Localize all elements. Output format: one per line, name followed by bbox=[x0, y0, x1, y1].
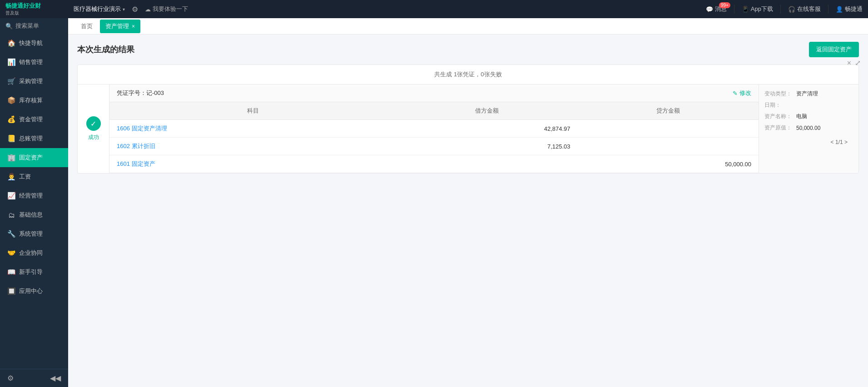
sidebar-search-label: 搜索菜单 bbox=[15, 22, 39, 30]
payroll-icon: 👨‍💼 bbox=[7, 173, 15, 181]
cloud-icon: ☁ bbox=[145, 6, 151, 13]
message-icon: 💬 bbox=[706, 6, 713, 13]
tab-asset-mgmt[interactable]: 资产管理 × bbox=[100, 20, 140, 33]
avatar-icon: 👤 bbox=[836, 6, 843, 13]
sidebar-item-label: 企业协同 bbox=[19, 249, 43, 257]
table-row: 1606 固定资产清理 42,874.97 bbox=[109, 120, 759, 138]
sidebar-settings-icon[interactable]: ⚙ bbox=[7, 374, 14, 382]
edit-label: 修改 bbox=[739, 89, 751, 97]
message-item[interactable]: 💬 消息 99+ bbox=[706, 5, 727, 13]
sidebar-bottom: ⚙ ◀◀ bbox=[0, 369, 68, 387]
sidebar-item-label: 新手引导 bbox=[19, 268, 43, 276]
sidebar-item-inventory[interactable]: 📦 库存核算 bbox=[0, 91, 68, 110]
page-content: × ⤢ 本次生成的结果 返回固定资产 共生成 1张凭证，0张失败 ✓ bbox=[68, 35, 868, 387]
ledger-icon: 📒 bbox=[7, 134, 15, 143]
search-icon: 🔍 bbox=[5, 23, 13, 30]
purchase-icon: 🛒 bbox=[7, 77, 15, 85]
company-selector[interactable]: 医疗器械行业演示 ▾ bbox=[74, 5, 125, 13]
success-text: 成功 bbox=[88, 134, 99, 141]
success-indicator: ✓ 成功 bbox=[78, 84, 109, 173]
app-download-item[interactable]: 📱 App下载 bbox=[742, 5, 773, 13]
info-label-type: 变动类型： bbox=[764, 90, 796, 98]
headphone-icon: 🎧 bbox=[788, 6, 795, 13]
sidebar-item-payroll[interactable]: 👨‍💼 工资 bbox=[0, 167, 68, 186]
success-cell: ✓ 成功 bbox=[77, 107, 110, 150]
sidebar-item-base-info[interactable]: 🗂 基础信息 bbox=[0, 205, 68, 224]
result-panel: 共生成 1张凭证，0张失败 ✓ 成功 bbox=[77, 64, 859, 174]
col-debit: 借方金额 bbox=[397, 102, 577, 120]
table-row: 1601 固定资产 50,000.00 bbox=[109, 155, 759, 173]
edit-button[interactable]: ✎ 修改 bbox=[733, 89, 751, 97]
page-title: 本次生成的结果 bbox=[77, 44, 134, 55]
prev-page-icon[interactable]: < bbox=[831, 139, 834, 145]
sidebar-item-search[interactable]: 🔍 搜索菜单 bbox=[0, 18, 68, 34]
tab-home[interactable]: 首页 bbox=[75, 20, 98, 33]
info-row-asset-value: 资产原值： 50,000.00 bbox=[764, 124, 853, 132]
sidebar-item-ledger[interactable]: 📒 总账管理 bbox=[0, 129, 68, 148]
inventory-icon: 📦 bbox=[7, 96, 15, 104]
sidebar-item-quick-nav[interactable]: 🏠 快捷导航 bbox=[0, 34, 68, 53]
sidebar-item-label: 快捷导航 bbox=[19, 39, 43, 47]
content-area: 首页 资产管理 × × ⤢ 本次生成的结果 返回固定资产 共生成 1张凭证，0张… bbox=[68, 18, 868, 387]
customer-service-item[interactable]: 🎧 在线客服 bbox=[788, 5, 821, 13]
info-row-date: 日期： bbox=[764, 101, 853, 109]
mobile-icon: 📱 bbox=[742, 6, 749, 13]
info-value-asset-name: 电脑 bbox=[796, 113, 807, 120]
credit-cell-3: 50,000.00 bbox=[578, 155, 759, 173]
voucher-header: 凭证字号：记-003 ✎ 修改 bbox=[109, 84, 759, 102]
tab-asset-mgmt-label: 资产管理 bbox=[105, 22, 129, 30]
app-download-label: App下载 bbox=[751, 5, 773, 13]
sidebar-item-fixed-assets[interactable]: 🏢 固定资产 bbox=[0, 148, 68, 167]
settings-icon[interactable]: ⚙ bbox=[129, 3, 141, 15]
return-button[interactable]: 返回固定资产 bbox=[809, 42, 859, 57]
page-header: 本次生成的结果 返回固定资产 bbox=[77, 42, 859, 57]
sidebar-item-operations[interactable]: 📈 经营管理 bbox=[0, 186, 68, 205]
user-item[interactable]: 👤 畅捷通 bbox=[836, 5, 863, 13]
guide-icon: 📖 bbox=[7, 268, 15, 276]
result-summary: 共生成 1张凭证，0张失败 bbox=[78, 65, 858, 84]
sidebar-scroll: 🔍 搜索菜单 🏠 快捷导航 📊 销售管理 🛒 采购管理 📦 库存核算 💰 bbox=[0, 18, 68, 369]
close-window-icon[interactable]: × bbox=[847, 60, 851, 67]
sidebar-item-label: 总账管理 bbox=[19, 134, 43, 143]
sidebar-item-label: 经营管理 bbox=[19, 192, 43, 200]
sidebar-item-label: 库存核算 bbox=[19, 96, 43, 104]
experience-button[interactable]: ☁ 我要体验一下 bbox=[145, 5, 188, 13]
window-controls: × ⤢ bbox=[847, 60, 861, 67]
tab-close-icon[interactable]: × bbox=[132, 23, 135, 30]
next-page-icon[interactable]: > bbox=[844, 139, 848, 145]
username-label: 畅捷通 bbox=[845, 5, 863, 13]
sidebar-collapse-icon[interactable]: ◀◀ bbox=[50, 374, 61, 382]
info-panel: 变动类型： 资产清理 日期： 资产名称： 电脑 资产原值： bbox=[759, 84, 858, 173]
credit-cell-1 bbox=[578, 120, 759, 138]
main-layout: 🔍 搜索菜单 🏠 快捷导航 📊 销售管理 🛒 采购管理 📦 库存核算 💰 bbox=[0, 18, 868, 387]
sidebar-item-app-center[interactable]: 🔲 应用中心 bbox=[0, 282, 68, 301]
message-badge: 99+ bbox=[719, 2, 730, 8]
sidebar-item-purchase[interactable]: 🛒 采购管理 bbox=[0, 72, 68, 91]
maximize-window-icon[interactable]: ⤢ bbox=[855, 60, 861, 67]
system-icon: 🔧 bbox=[7, 230, 15, 238]
base-info-icon: 🗂 bbox=[7, 211, 15, 219]
customer-service-label: 在线客服 bbox=[797, 5, 821, 13]
sidebar-item-guide[interactable]: 📖 新手引导 bbox=[0, 263, 68, 282]
divider2 bbox=[780, 5, 781, 14]
funds-icon: 💰 bbox=[7, 115, 15, 124]
logo-main: 畅捷通好业财 bbox=[5, 2, 74, 10]
sidebar: 🔍 搜索菜单 🏠 快捷导航 📊 销售管理 🛒 采购管理 📦 库存核算 💰 bbox=[0, 18, 68, 387]
info-label-asset-value: 资产原值： bbox=[764, 124, 796, 132]
page-info: 1/1 bbox=[835, 139, 844, 145]
sidebar-item-system[interactable]: 🔧 系统管理 bbox=[0, 224, 68, 243]
company-name: 医疗器械行业演示 bbox=[74, 5, 121, 13]
info-value-asset-value: 50,000.00 bbox=[796, 125, 820, 131]
fixed-assets-icon: 🏢 bbox=[7, 154, 15, 162]
info-label-date: 日期： bbox=[764, 101, 796, 109]
sidebar-item-funds[interactable]: 💰 资金管理 bbox=[0, 110, 68, 129]
app-center-icon: 🔲 bbox=[7, 287, 15, 295]
home-icon: 🏠 bbox=[7, 39, 15, 47]
debit-cell-3 bbox=[397, 155, 577, 173]
sidebar-item-enterprise[interactable]: 🤝 企业协同 bbox=[0, 243, 68, 263]
divider bbox=[734, 5, 734, 14]
col-subject: 科目 bbox=[109, 102, 397, 120]
sidebar-item-label: 资金管理 bbox=[19, 115, 43, 124]
debit-cell-1: 42,874.97 bbox=[397, 120, 577, 138]
sidebar-item-sales[interactable]: 📊 销售管理 bbox=[0, 53, 68, 72]
